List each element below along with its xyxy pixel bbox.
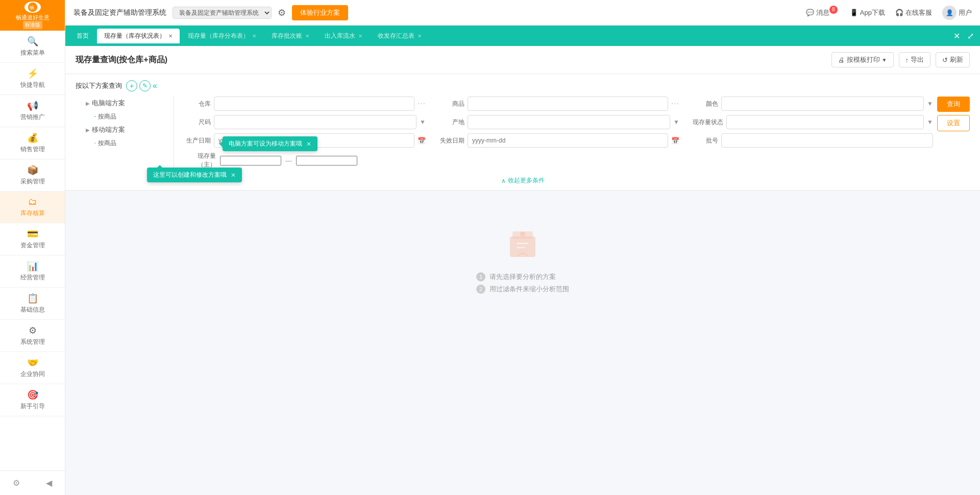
collapse-sidebar-btn[interactable]: ◀ xyxy=(42,476,56,490)
main-area: 装备及固定资产辅助管理系统 装备及固定资产辅助管理系统 ⚙ 体验行业方案 💬 消… xyxy=(65,0,980,495)
topbar: 装备及固定资产辅助管理系统 装备及固定资产辅助管理系统 ⚙ 体验行业方案 💬 消… xyxy=(65,0,980,26)
tab-home[interactable]: 首页 xyxy=(69,29,96,43)
tab-summary[interactable]: 收发存汇总表 ✕ xyxy=(371,29,429,43)
stock-status-dropdown-icon[interactable]: ▼ xyxy=(927,119,933,126)
svg-rect-5 xyxy=(517,243,529,244)
goods-input[interactable] xyxy=(468,97,668,111)
size-dropdown-icon[interactable]: ▼ xyxy=(420,119,426,126)
tab-summary-close[interactable]: ✕ xyxy=(418,33,422,39)
sidebar-item-collab[interactable]: 🤝 企业协同 xyxy=(0,352,65,384)
scheme-tooltip-close[interactable]: ✕ xyxy=(306,140,311,148)
tab-flow[interactable]: 出入库流水 ✕ xyxy=(317,29,370,43)
sidebar-item-label-inventory: 库存核算 xyxy=(20,209,45,218)
stock-status-input[interactable] xyxy=(726,115,924,129)
produce-date-calendar-icon[interactable]: 📅 xyxy=(418,137,426,145)
back-arrow-icon[interactable]: « xyxy=(153,81,157,90)
step-1-text: 请先选择要分析的方案 xyxy=(489,272,556,281)
user-area[interactable]: 👤 用户 xyxy=(942,6,972,20)
sidebar-item-label-nav: 快捷导航 xyxy=(20,81,45,89)
tabbar-close-all-icon[interactable]: ✕ xyxy=(951,30,962,42)
stock-main-to-input[interactable] xyxy=(296,156,357,166)
edit-tooltip-close[interactable]: ✕ xyxy=(231,172,236,179)
sidebar-item-label-finance: 资金管理 xyxy=(20,241,45,250)
expire-date-calendar-icon[interactable]: 📅 xyxy=(671,137,679,145)
refresh-icon: ↺ xyxy=(942,56,948,64)
tab-stock-distribution-close[interactable]: ✕ xyxy=(252,33,256,39)
sidebar-item-sales[interactable]: 💰 销售管理 xyxy=(0,127,65,159)
sidebar-item-basic-info[interactable]: 📋 基础信息 xyxy=(0,288,65,320)
color-input[interactable] xyxy=(721,97,924,111)
add-scheme-btn[interactable]: + xyxy=(126,80,137,91)
stock-status-label: 现存量状态 xyxy=(688,118,723,127)
sidebar-item-finance[interactable]: 💳 资金管理 xyxy=(0,223,65,255)
tab-stock-distribution[interactable]: 现存量（库存分布表） ✕ xyxy=(181,29,263,43)
tab-stock-status[interactable]: 现存量（库存状况表） ✕ xyxy=(97,29,180,43)
tab-flow-close[interactable]: ✕ xyxy=(358,33,362,39)
tab-stock-status-close[interactable]: ✕ xyxy=(168,33,173,39)
sidebar-item-search[interactable]: 🔍 搜索菜单 xyxy=(0,31,65,63)
inventory-icon: 🗂 xyxy=(28,197,37,207)
settings-bottom-btn[interactable]: ⚙ xyxy=(9,476,24,490)
divider-vertical xyxy=(174,97,174,173)
sidebar-item-guide[interactable]: 🎯 新手引导 xyxy=(0,384,65,416)
tab-batch-close[interactable]: ✕ xyxy=(305,33,309,39)
app-logo: 畅 畅通道好生意 标准版 xyxy=(0,0,65,31)
search-btn[interactable]: 查询 xyxy=(937,97,970,112)
content-area: 现存量查询(按仓库+商品) 🖨 按模板打印 ▼ ↑ 导出 ↺ 刷新 xyxy=(65,46,980,495)
expire-date-input[interactable] xyxy=(468,133,668,148)
industry-btn[interactable]: 体验行业方案 xyxy=(292,5,348,20)
sidebar-item-purchase[interactable]: 📦 采购管理 xyxy=(0,159,65,192)
settings-icon[interactable]: ⚙ xyxy=(278,7,286,18)
stock-main-from-input[interactable] xyxy=(220,156,281,166)
scheme-item-desktop[interactable]: ▶ 电脑端方案 xyxy=(86,97,167,110)
warehouse-dots-icon[interactable]: ··· xyxy=(418,99,426,108)
collapse-btn[interactable]: ∧ 收起更多条件 xyxy=(501,176,545,185)
collab-icon: 🤝 xyxy=(27,357,38,368)
goods-dots-icon[interactable]: ··· xyxy=(671,99,679,108)
sidebar-item-marketing[interactable]: 📢 营销推广 xyxy=(0,95,65,127)
sidebar: 畅 畅通道好生意 标准版 🔍 搜索菜单 ⚡ 快捷导航 📢 营销推广 💰 销售管理… xyxy=(0,0,65,495)
stock-main-label: 现存量（主） xyxy=(180,152,216,169)
print-dropdown-icon: ▼ xyxy=(882,57,887,63)
sidebar-item-management[interactable]: 📊 经营管理 xyxy=(0,255,65,288)
sidebar-item-label-sales: 销售管理 xyxy=(20,145,45,154)
batch-input[interactable] xyxy=(721,133,933,148)
sidebar-item-nav[interactable]: ⚡ 快捷导航 xyxy=(0,63,65,95)
filter-field-batch: 批号 xyxy=(688,133,933,148)
sidebar-item-system[interactable]: ⚙ 系统管理 xyxy=(0,320,65,352)
export-btn[interactable]: ↑ 导出 xyxy=(899,52,931,67)
support-btn[interactable]: 🎧 在线客服 xyxy=(895,8,932,17)
marketing-icon: 📢 xyxy=(27,100,38,111)
tab-batch[interactable]: 库存批次账 ✕ xyxy=(264,29,316,43)
edit-scheme-btn[interactable]: ✎ xyxy=(139,80,151,91)
app-download-btn[interactable]: 📱 App下载 xyxy=(850,8,885,17)
filter-field-stock-status: 现存量状态 ▼ xyxy=(688,115,933,129)
produce-date-label: 生产日期 xyxy=(180,136,211,145)
message-badge: 8 xyxy=(829,6,838,14)
origin-input[interactable] xyxy=(468,115,670,129)
step-2-num: 2 xyxy=(476,285,485,294)
scheme-sub-item-2[interactable]: · 按商品 xyxy=(94,136,167,150)
sidebar-item-label-search: 搜索菜单 xyxy=(20,49,45,57)
edit-tooltip-text: 这里可以创建和修改方案哦 xyxy=(153,171,227,179)
color-dropdown-icon[interactable]: ▼ xyxy=(927,100,933,107)
scheme-item-mobile[interactable]: ▶ 移动端方案 xyxy=(86,123,167,136)
reset-btn[interactable]: 设置 xyxy=(937,115,970,131)
sub-item-1-indicator: · xyxy=(94,112,96,121)
message-btn[interactable]: 💬 消息 8 xyxy=(806,8,840,17)
caret-down-icon: ▶ xyxy=(86,101,90,106)
scheme-tree: ▶ 电脑端方案 · 按商品 ▶ 移动端方案 xyxy=(76,97,167,173)
origin-dropdown-icon[interactable]: ▼ xyxy=(673,119,679,126)
scheme-sub-item-1[interactable]: · 按商品 xyxy=(94,110,167,123)
tab-stock-status-label: 现存量（库存状况表） xyxy=(104,32,165,40)
sidebar-item-label-collab: 企业协同 xyxy=(20,370,45,379)
sidebar-item-inventory[interactable]: 🗂 库存核算 xyxy=(0,192,65,223)
tabbar-maximize-icon[interactable]: ⤢ xyxy=(965,30,976,42)
size-input[interactable] xyxy=(214,115,416,129)
refresh-btn[interactable]: ↺ 刷新 xyxy=(936,52,970,67)
step-2-text: 用过滤条件来缩小分析范围 xyxy=(489,285,569,294)
warehouse-input[interactable] xyxy=(214,97,414,111)
tabbar-actions: ✕ ⤢ xyxy=(951,30,976,42)
print-btn[interactable]: 🖨 按模板打印 ▼ xyxy=(831,52,894,67)
system-select[interactable]: 装备及固定资产辅助管理系统 xyxy=(173,7,272,19)
